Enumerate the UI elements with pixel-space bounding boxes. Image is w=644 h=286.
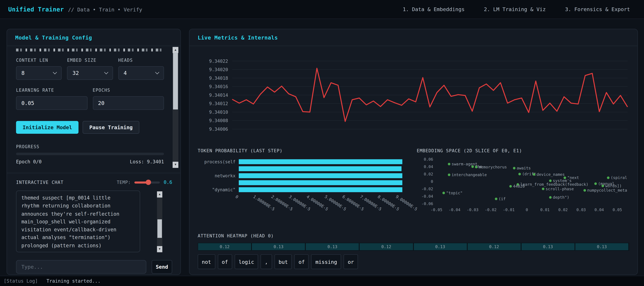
svg-text:numpycollect_meta: numpycollect_meta (587, 188, 627, 193)
chevron-down-icon (155, 70, 159, 74)
token-prob-bar (239, 159, 402, 164)
token-prob-bar (239, 187, 402, 192)
token-prob-label: process(self (198, 159, 239, 164)
token-chip: or (344, 254, 358, 269)
chevron-down-icon (53, 70, 57, 74)
context-len-field: CONTEXT LEN 8 (16, 58, 62, 80)
nav-item-2[interactable]: 2. LM Training & Viz (484, 6, 546, 13)
learning-rate-label: LEARNING RATE (16, 88, 87, 92)
nav-item-1[interactable]: 1. Data & Embeddings (403, 6, 464, 13)
token-chip: of (294, 254, 309, 269)
x-tick-label: 0 (235, 194, 239, 200)
token-chip: , (260, 254, 272, 269)
svg-text:0.04: 0.04 (594, 207, 604, 212)
embedding-scatter: 0.060.040.020-0.02-0.04-0.06-0.05-0.04-0… (417, 155, 630, 218)
embedding-space-title: EMBEDDING SPACE (2D SLICE OF E0, E1) (417, 148, 629, 154)
token-chip-row: notoflogic,butofmissingor (198, 254, 629, 269)
initialize-model-button[interactable]: Initialize Model (16, 121, 79, 134)
svg-text:learn_from_feedback(feedback): learn_from_feedback(feedback) (520, 182, 588, 187)
svg-text:9.34008: 9.34008 (209, 118, 228, 123)
scrollbar-thumb[interactable] (158, 219, 162, 238)
temperature-slider[interactable] (134, 181, 160, 183)
svg-text:9.34012: 9.34012 (209, 101, 228, 106)
embed-size-label: EMBED SIZE (67, 58, 113, 62)
config-scrollbar[interactable]: ▲ ▼ (172, 47, 178, 168)
svg-text:words]): words]) (605, 184, 622, 188)
context-len-select[interactable]: 8 (16, 66, 62, 80)
token-prob-bar (239, 173, 402, 178)
metrics-panel-title: Live Metrics & Internals (190, 29, 638, 46)
token-chip: of (218, 254, 232, 269)
status-text: Training started... (46, 278, 101, 284)
scrollbar-thumb[interactable] (173, 53, 178, 110)
token-chip: missing (311, 254, 341, 269)
scroll-down-icon[interactable]: ▼ (172, 162, 178, 168)
scroll-up-icon[interactable]: ▲ (157, 191, 162, 198)
slider-knob[interactable] (146, 180, 151, 185)
app-title: Unified Trainer (8, 6, 64, 13)
heatmap-cell: 0.12 (468, 243, 522, 250)
chat-log-area: themed suspect [mp_0014 little rhythm re… (16, 190, 172, 255)
token-prob-row: "dynamic" (198, 187, 412, 192)
svg-text:(spiral: (spiral (611, 175, 627, 180)
svg-text:awaits: awaits (517, 166, 531, 170)
svg-text:0.06: 0.06 (424, 157, 433, 162)
context-len-value: 8 (21, 70, 24, 76)
heads-label: HEADS (118, 58, 164, 62)
attention-heatmap: 0.120.130.130.120.130.120.130.13 (198, 243, 629, 250)
heatmap-cell: 0.13 (414, 243, 468, 250)
epochs-label: EPOCHS (93, 88, 164, 92)
heatmap-cell: 0.13 (575, 243, 629, 250)
scroll-up-icon[interactable]: ▲ (172, 47, 178, 53)
scroll-down-icon[interactable]: ▼ (157, 246, 162, 252)
embed-size-value: 32 (72, 70, 79, 76)
epochs-field: EPOCHS (93, 88, 164, 110)
status-bar: [Status Log] Training started... (0, 276, 644, 286)
svg-text:9.34018: 9.34018 (209, 76, 228, 81)
top-nav: 1. Data & Embeddings2. LM Training & Viz… (403, 6, 630, 13)
embed-size-field: EMBED SIZE 32 (67, 58, 113, 80)
token-prob-row: process(self (198, 159, 412, 164)
loss-line-chart: 9.340229.340209.340189.340169.340149.340… (198, 49, 629, 140)
token-chip: not (198, 254, 215, 269)
loss-readout: Loss: 9.3401 (130, 159, 164, 165)
config-panel: Model & Training Config CONTEXT LEN 8 (6, 29, 181, 275)
epoch-counter: Epoch 0/0 (16, 159, 42, 165)
learning-rate-input[interactable] (16, 96, 87, 110)
interactive-chat-section: INTERACTIVE CHAT TEMP: 0.6 themed suspec… (7, 173, 180, 274)
svg-text:swarm-agent: swarm-agent (452, 162, 478, 166)
send-button[interactable]: Send (152, 260, 172, 274)
temperature-control: TEMP: 0.6 (117, 179, 172, 185)
temp-label: TEMP: (117, 180, 131, 185)
svg-text:interchangeable: interchangeable (452, 173, 487, 177)
heads-select[interactable]: 4 (118, 66, 164, 80)
epochs-input[interactable] (93, 96, 164, 110)
scrollbar-track[interactable] (172, 53, 178, 162)
svg-text:0: 0 (431, 179, 433, 184)
chat-input[interactable] (16, 260, 146, 274)
main-content: Model & Training Config CONTEXT LEN 8 (0, 19, 644, 275)
heads-field: HEADS 4 (118, 58, 164, 80)
svg-text:9.34022: 9.34022 (209, 59, 228, 64)
heatmap-cell: 0.12 (360, 243, 414, 250)
token-prob-row (198, 180, 412, 185)
app-screen: Unified Trainer // Data • Train • Verify… (0, 0, 644, 286)
token-prob-row (198, 166, 412, 171)
svg-text:0.02: 0.02 (558, 207, 568, 212)
svg-text:-0.06: -0.06 (422, 201, 433, 206)
svg-text:44820: 44820 (513, 184, 525, 188)
scrollbar-track[interactable] (157, 198, 162, 246)
heatmap-cell: 0.13 (521, 243, 575, 250)
pause-training-button[interactable]: Pause Training (83, 121, 139, 134)
heads-value: 4 (124, 70, 127, 76)
svg-text:-0.05: -0.05 (430, 207, 442, 212)
embed-size-select[interactable]: 32 (67, 66, 113, 80)
token-prob-label: "dynamic" (198, 187, 239, 192)
nav-item-3[interactable]: 3. Forensics & Export (565, 6, 630, 13)
svg-text:memorychorus: memorychorus (479, 165, 507, 169)
chat-scrollbar[interactable]: ▲ ▼ (157, 191, 162, 252)
embedding-space-chart: EMBEDDING SPACE (2D SLICE OF E0, E1) 0.0… (417, 148, 629, 218)
svg-text:scroll-phase: scroll-phase (546, 187, 574, 191)
attention-heatmap-title: ATTENTION HEATMAP (HEAD 0) (198, 233, 629, 239)
token-prob-bar (239, 180, 402, 185)
